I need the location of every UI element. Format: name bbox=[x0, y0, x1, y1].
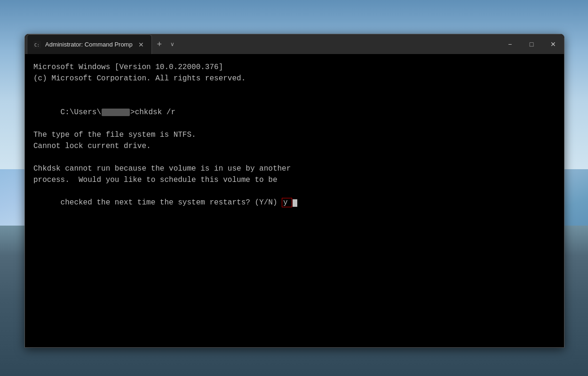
close-button[interactable]: ✕ bbox=[542, 34, 564, 54]
terminal-blank-1 bbox=[33, 84, 556, 95]
terminal-content[interactable]: Microsoft Windows [Version 10.0.22000.37… bbox=[25, 54, 564, 347]
svg-text:C:: C: bbox=[34, 43, 40, 47]
terminal-line-4: The type of the file system is NTFS. bbox=[33, 129, 556, 141]
tab-close-button[interactable]: ✕ bbox=[136, 40, 146, 49]
active-tab[interactable]: C: Administrator: Command Promp ✕ bbox=[27, 34, 152, 54]
window-controls: − □ ✕ bbox=[499, 34, 564, 54]
new-tab-button[interactable]: + bbox=[152, 37, 167, 52]
terminal-line-7: Chkdsk cannot run because the volume is … bbox=[33, 163, 556, 174]
maximize-button[interactable]: □ bbox=[521, 34, 542, 54]
terminal-input-y[interactable] bbox=[282, 198, 292, 207]
terminal-line-3: C:\Users\ >chkdsk /r bbox=[33, 95, 556, 129]
terminal-blank-2 bbox=[33, 152, 556, 163]
terminal-line-1: Microsoft Windows [Version 10.0.22000.37… bbox=[33, 62, 556, 73]
terminal-line-8: process. Would you like to schedule this… bbox=[33, 174, 556, 186]
tab-title: Administrator: Command Promp bbox=[45, 41, 133, 48]
terminal-line-9: checked the next time the system restart… bbox=[33, 186, 556, 219]
terminal-line-5: Cannot lock current drive. bbox=[33, 141, 556, 152]
cmd-window: C: Administrator: Command Promp ✕ + ∨ − … bbox=[24, 34, 564, 348]
title-bar: C: Administrator: Command Promp ✕ + ∨ − … bbox=[25, 34, 564, 54]
tab-dropdown-button[interactable]: ∨ bbox=[167, 37, 178, 52]
cursor bbox=[293, 199, 297, 207]
cmd-icon: C: bbox=[33, 40, 41, 49]
username-redacted bbox=[102, 109, 130, 116]
terminal-line-2: (c) Microsoft Corporation. All rights re… bbox=[33, 73, 556, 84]
minimize-button[interactable]: − bbox=[499, 34, 521, 54]
tab-area: C: Administrator: Command Promp ✕ + ∨ bbox=[25, 34, 499, 54]
